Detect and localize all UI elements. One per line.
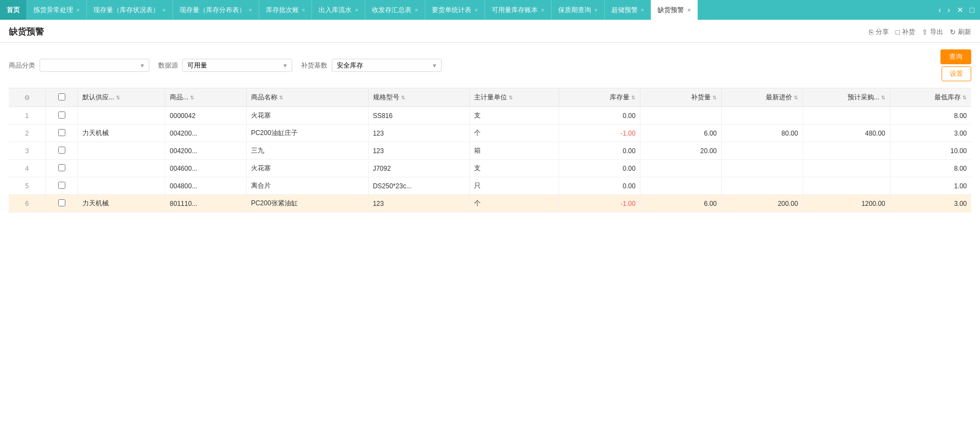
row-index: 1 (9, 107, 46, 125)
close-tab-inout[interactable]: × (355, 7, 358, 13)
row-checkbox-cell[interactable] (46, 177, 78, 195)
settings-button[interactable]: 设置 (942, 66, 971, 81)
tab-overstock[interactable]: 超储预警 × (605, 0, 652, 20)
table-row: 6 力天机械 801110... PC200张紧油缸 123 个 -1.00 6… (9, 195, 971, 212)
close-tab-order-stat[interactable]: × (475, 7, 478, 13)
datasource-select[interactable]: 可用量 (182, 59, 292, 72)
row-stock: 0.00 (559, 160, 641, 177)
row-replenish (640, 177, 721, 195)
row-supplier: 力天机械 (78, 195, 165, 212)
table-row: 1 0000042 火花塞 SS816 支 0.00 8.00 (9, 107, 971, 125)
category-select[interactable] (40, 59, 149, 72)
row-index: 3 (9, 142, 46, 160)
row-sku: 004800... (165, 177, 247, 195)
row-min-stock: 10.00 (890, 142, 971, 160)
row-unit: 箱 (470, 142, 559, 160)
tab-stock-status[interactable]: 现存量（库存状况表） × (87, 0, 173, 20)
tab-next-button[interactable]: › (944, 3, 954, 16)
sort-icon-name: ⇅ (279, 95, 283, 100)
tab-stock-dist[interactable]: 现存量（库存分布表） × (173, 0, 259, 20)
th-latest-price[interactable]: 最新进价 ⇅ (721, 88, 803, 107)
th-unit[interactable]: 主计量单位 ⇅ (470, 88, 559, 107)
close-tab-shortage[interactable]: × (687, 7, 691, 13)
row-min-stock: 3.00 (890, 195, 971, 212)
sort-icon-min-stock: ⇅ (962, 95, 967, 100)
row-spec: DS250*23c... (368, 177, 470, 195)
th-stock[interactable]: 库存量 ⇅ (559, 88, 641, 107)
replenish-button[interactable]: □ 补货 (895, 27, 915, 37)
header-actions: ⎘ 分享 □ 补货 ⇧ 导出 ↻ 刷新 (869, 27, 971, 37)
row-index: 5 (9, 177, 46, 195)
export-button[interactable]: ⇧ 导出 (922, 27, 943, 37)
th-min-stock[interactable]: 最低库存 ⇅ (890, 88, 971, 107)
select-all-checkbox[interactable] (58, 93, 65, 100)
row-checkbox-cell[interactable] (46, 107, 78, 125)
sort-icon-unit: ⇅ (509, 95, 513, 100)
tab-prev-button[interactable]: ‹ (935, 3, 944, 16)
row-unit: 只 (470, 177, 559, 195)
tab-inout[interactable]: 出入库流水 × (312, 0, 365, 20)
row-forecast (803, 177, 890, 195)
main-content: 缺货预警 ⎘ 分享 □ 补货 ⇧ 导出 ↻ 刷新 商品分类 (0, 20, 980, 437)
row-latest-price (721, 142, 803, 160)
close-tab-expiry[interactable]: × (594, 7, 598, 13)
th-spec[interactable]: 规格型号 ⇅ (368, 88, 470, 107)
row-name: 火花塞 (246, 107, 368, 125)
row-checkbox-cell[interactable] (46, 142, 78, 160)
row-checkbox-cell[interactable] (46, 195, 78, 212)
refresh-button[interactable]: ↻ 刷新 (950, 27, 971, 37)
share-button[interactable]: ⎘ 分享 (869, 27, 889, 37)
th-checkbox[interactable] (46, 88, 78, 107)
tab-available[interactable]: 可用量库存账本 × (485, 0, 552, 20)
close-tab-overstock[interactable]: × (641, 7, 644, 13)
row-checkbox[interactable] (58, 129, 65, 136)
th-name[interactable]: 商品名称 ⇅ (246, 88, 368, 107)
th-supplier[interactable]: 默认供应... ⇅ (78, 88, 165, 107)
table-body: 1 0000042 火花塞 SS816 支 0.00 8.00 2 力天机械 0… (9, 107, 971, 212)
row-spec: SS816 (368, 107, 470, 125)
replenish-base-select[interactable]: 安全库存 (332, 59, 442, 72)
tab-close-button[interactable]: ✕ (954, 3, 967, 16)
query-button[interactable]: 查询 (940, 49, 971, 64)
tab-order-stat[interactable]: 要货单统计表 × (425, 0, 485, 20)
row-checkbox-cell[interactable] (46, 125, 78, 142)
th-sku[interactable]: 商品... ⇅ (165, 88, 247, 107)
tab-expand-button[interactable]: □ (967, 3, 978, 16)
tab-expiry[interactable]: 保质期查询 × (552, 0, 605, 20)
tab-abnormal[interactable]: 拣货异常处理 × (27, 0, 87, 20)
row-unit: 支 (470, 107, 559, 125)
row-spec: 123 (368, 125, 470, 142)
row-index: 6 (9, 195, 46, 212)
row-checkbox[interactable] (58, 147, 65, 154)
close-tab-receive[interactable]: × (415, 7, 418, 13)
page-title: 缺货预警 (9, 26, 44, 38)
sort-icon-spec: ⇅ (401, 95, 405, 100)
close-tab-stock-dist[interactable]: × (249, 7, 252, 13)
row-min-stock: 1.00 (890, 177, 971, 195)
tab-home[interactable]: 首页 (0, 0, 27, 20)
row-name: 离合片 (246, 177, 368, 195)
th-settings[interactable]: ⚙ (9, 88, 46, 107)
row-checkbox[interactable] (58, 164, 65, 171)
th-forecast[interactable]: 预计采购... ⇅ (803, 88, 890, 107)
tab-receive[interactable]: 收发存汇总表 × (365, 0, 425, 20)
row-name: PC200张紧油缸 (246, 195, 368, 212)
tab-batch[interactable]: 库存批次账 × (259, 0, 313, 20)
row-unit: 个 (470, 125, 559, 142)
close-tab-available[interactable]: × (541, 7, 544, 13)
row-checkbox[interactable] (58, 182, 65, 189)
tab-shortage[interactable]: 缺货预警 × (651, 0, 698, 20)
th-replenish[interactable]: 补货量 ⇅ (640, 88, 721, 107)
settings-icon[interactable]: ⚙ (24, 94, 30, 102)
refresh-icon: ↻ (950, 28, 956, 36)
close-tab-abnormal[interactable]: × (76, 7, 80, 13)
row-checkbox[interactable] (58, 111, 65, 119)
row-stock: 0.00 (559, 107, 641, 125)
close-tab-batch[interactable]: × (302, 7, 305, 13)
row-checkbox[interactable] (58, 199, 65, 206)
row-checkbox-cell[interactable] (46, 160, 78, 177)
data-table: ⚙ 默认供应... ⇅ 商品... ⇅ (9, 88, 971, 212)
row-min-stock: 3.00 (890, 125, 971, 142)
row-supplier (78, 107, 165, 125)
close-tab-stock-status[interactable]: × (163, 7, 166, 13)
